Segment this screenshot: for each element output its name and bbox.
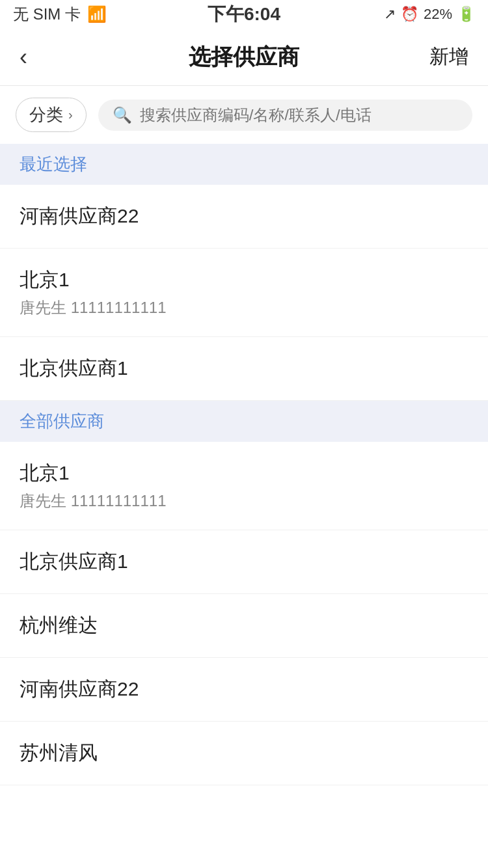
no-sim-label: 无 SIM 卡 — [13, 4, 81, 25]
status-left: 无 SIM 卡 📶 — [13, 4, 107, 25]
list-item[interactable]: 北京供应商1 — [0, 530, 488, 594]
item-name: 苏州清风 — [20, 740, 468, 766]
item-sub: 唐先生 11111111111 — [20, 297, 468, 318]
nav-bar: ‹ 选择供应商 新增 — [0, 29, 488, 86]
battery-label: 22% — [424, 6, 452, 23]
category-label: 分类 — [29, 103, 63, 126]
alarm-icon: ⏰ — [401, 6, 418, 23]
search-box[interactable]: 🔍 — [98, 100, 472, 131]
list-item[interactable]: 北京1 唐先生 11111111111 — [0, 442, 488, 530]
search-icon: 🔍 — [113, 106, 132, 124]
list-item[interactable]: 河南供应商22 — [0, 185, 488, 249]
item-sub: 唐先生 11111111111 — [20, 491, 468, 511]
status-right: ↗ ⏰ 22% 🔋 — [384, 6, 475, 23]
list-item[interactable]: 北京供应商1 — [0, 337, 488, 401]
list-item[interactable]: 杭州维达 — [0, 594, 488, 658]
filter-bar: 分类 › 🔍 — [0, 86, 488, 144]
search-input[interactable] — [140, 106, 458, 124]
status-bar: 无 SIM 卡 📶 下午6:04 ↗ ⏰ 22% 🔋 — [0, 0, 488, 29]
item-name: 北京供应商1 — [20, 549, 468, 575]
item-name: 河南供应商22 — [20, 203, 468, 230]
all-list: 北京1 唐先生 11111111111北京供应商1杭州维达河南供应商22苏州清风 — [0, 442, 488, 785]
wifi-icon: 📶 — [87, 5, 107, 23]
location-icon: ↗ — [384, 6, 396, 23]
list-item[interactable]: 苏州清风 — [0, 722, 488, 785]
list-item[interactable]: 河南供应商22 — [0, 658, 488, 722]
list-item[interactable]: 北京1 唐先生 11111111111 — [0, 249, 488, 337]
item-name: 北京供应商1 — [20, 355, 468, 382]
item-name: 北京1 — [20, 267, 468, 293]
battery-icon: 🔋 — [457, 6, 475, 23]
add-button[interactable]: 新增 — [429, 44, 468, 70]
page-title: 选择供应商 — [189, 42, 299, 72]
recent-section-label: 最近选择 — [20, 154, 87, 174]
back-button[interactable]: ‹ — [20, 44, 59, 71]
item-name: 河南供应商22 — [20, 676, 468, 703]
chevron-right-icon: › — [68, 107, 73, 122]
item-name: 北京1 — [20, 460, 468, 487]
status-time: 下午6:04 — [208, 2, 280, 27]
recent-section-header: 最近选择 — [0, 144, 488, 185]
recent-list: 河南供应商22北京1 唐先生 11111111111北京供应商1 — [0, 185, 488, 401]
item-name: 杭州维达 — [20, 612, 468, 639]
all-section-label: 全部供应商 — [20, 411, 104, 431]
category-button[interactable]: 分类 › — [16, 98, 87, 132]
all-section-header: 全部供应商 — [0, 401, 488, 442]
